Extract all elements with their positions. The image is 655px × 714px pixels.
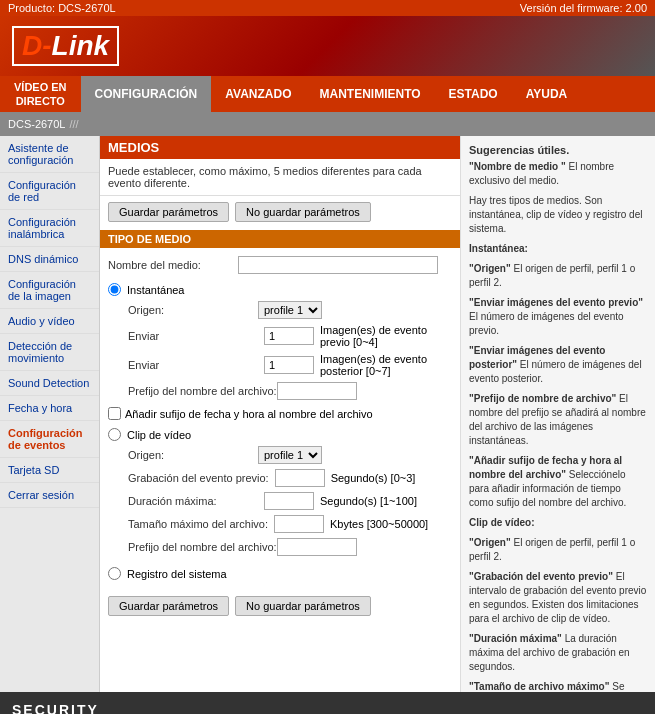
clip-origen-label: Origen: (128, 449, 258, 461)
save-button-top[interactable]: Guardar parámetros (108, 202, 229, 222)
tip-origen: "Origen" El origen de perfil, perfil 1 o… (469, 262, 647, 290)
nav-mantenimiento[interactable]: MANTENIMIENTO (305, 76, 434, 112)
tip-nombre: "Nombre de medio " El nombre exclusivo d… (469, 160, 647, 188)
sidebar-item-asistente[interactable]: Asistente de configuración (0, 136, 99, 173)
prefijo2-input[interactable] (277, 538, 357, 556)
tip-clip-header: Clip de vídeo: (469, 516, 647, 530)
nav-video[interactable]: VÍDEO ENDIRECTO (0, 76, 81, 112)
subsection-title: TIPO DE MEDIO (100, 230, 460, 248)
prefijo2-row: Prefijo del nombre del archivo: (108, 538, 452, 556)
tips-title: Sugerencias útiles. (469, 144, 647, 156)
save-button-bottom[interactable]: Guardar parámetros (108, 596, 229, 616)
origen-label: Origen: (128, 304, 258, 316)
bottom-bar: SECURITY (0, 692, 655, 714)
prefijo-row: Prefijo del nombre del archivo: (108, 382, 452, 400)
tips-sidebar: Sugerencias útiles. "Nombre de medio " E… (460, 136, 655, 692)
sidebar-item-dns[interactable]: DNS dinámico (0, 247, 99, 272)
sidebar-item-imagen[interactable]: Configuración de la imagen (0, 272, 99, 309)
sufijo-checkbox[interactable] (108, 407, 121, 420)
nombre-input[interactable] (238, 256, 438, 274)
nav-configuracion[interactable]: CONFIGURACIÓN (81, 76, 212, 112)
sidebar-item-cerrar[interactable]: Cerrar sesión (0, 483, 99, 508)
prefijo-label: Prefijo del nombre del archivo: (128, 385, 277, 397)
prefijo2-label: Prefijo del nombre del archivo: (128, 541, 277, 553)
breadcrumb-model: DCS-2670L (8, 118, 65, 130)
tip-tamano: "Tamaño de archivo máximo" Se generará e… (469, 680, 647, 692)
nombre-label: Nombre del medio: (108, 259, 238, 271)
sidebar-item-sound[interactable]: Sound Detection (0, 371, 99, 396)
product-label: Producto: DCS-2670L (8, 2, 116, 14)
enviar1-input[interactable] (264, 327, 314, 345)
enviar2-label: Enviar (128, 359, 258, 371)
sidebar-item-red[interactable]: Configuración de red (0, 173, 99, 210)
breadcrumb-sep: /// (69, 118, 78, 130)
nav-ayuda[interactable]: AYUDA (512, 76, 582, 112)
grabacion-input[interactable] (275, 469, 325, 487)
radio-instantanea-row: Instantánea (108, 279, 452, 298)
nosave-button-top[interactable]: No guardar parámetros (235, 202, 371, 222)
radio-registro-label: Registro del sistema (127, 568, 227, 580)
section-title: MEDIOS (100, 136, 460, 159)
section-desc: Puede establecer, como máximo, 5 medios … (100, 159, 460, 196)
grabacion-row: Grabación del evento previo: Segundo(s) … (108, 469, 452, 487)
radio-registro-row: Registro del sistema (108, 561, 452, 584)
tip-grabacion: "Grabación del evento previo" El interva… (469, 570, 647, 626)
origen-row: Origen: profile 1 profile 2 (108, 301, 452, 319)
logo: D-Link (12, 26, 119, 66)
sidebar-item-deteccion[interactable]: Detección de movimiento (0, 334, 99, 371)
duracion-label: Duración máxima: (128, 495, 258, 507)
enviar2-input[interactable] (264, 356, 314, 374)
sidebar-item-eventos[interactable]: Configuración de eventos (0, 421, 99, 458)
sufijo-row: Añadir sufijo de fecha y hora al nombre … (108, 405, 452, 422)
origen-select[interactable]: profile 1 profile 2 (258, 301, 322, 319)
tip-instantanea-header: Instantánea: (469, 242, 647, 256)
clip-origen-select[interactable]: profile 1 profile 2 (258, 446, 322, 464)
duracion-input[interactable] (264, 492, 314, 510)
tamano-unit: Kbytes [300~50000] (330, 518, 428, 530)
tip-sufijo: "Añadir sufijo de fecha y hora al nombre… (469, 454, 647, 510)
tamano-row: Tamaño máximo del archivo: Kbytes [300~5… (108, 515, 452, 533)
radio-registro[interactable] (108, 567, 121, 580)
prefijo-input[interactable] (277, 382, 357, 400)
sidebar-item-sd[interactable]: Tarjeta SD (0, 458, 99, 483)
content-area: MEDIOS Puede establecer, como máximo, 5 … (100, 136, 655, 692)
nombre-row: Nombre del medio: (108, 256, 452, 274)
logo-d: D- (22, 30, 52, 61)
logo-link: Link (52, 30, 110, 61)
nosave-button-bottom[interactable]: No guardar parámetros (235, 596, 371, 616)
radio-instantanea[interactable] (108, 283, 121, 296)
sidebar: Asistente de configuración Configuración… (0, 136, 100, 692)
enviar1-label: Enviar (128, 330, 258, 342)
tip-enviar-previo: "Enviar imágenes del evento previo" El n… (469, 296, 647, 338)
clip-origen-row: Origen: profile 1 profile 2 (108, 446, 452, 464)
content-main: MEDIOS Puede establecer, como máximo, 5 … (100, 136, 460, 692)
radio-clip-label: Clip de vídeo (127, 429, 191, 441)
tip-clip-origen: "Origen" El origen de perfil, perfil 1 o… (469, 536, 647, 564)
nav-avanzado[interactable]: AVANZADO (211, 76, 305, 112)
sidebar-item-audio[interactable]: Audio y vídeo (0, 309, 99, 334)
tip-duracion: "Duración máxima" La duración máxima del… (469, 632, 647, 674)
form-area: Nombre del medio: Instantánea Origen: pr… (100, 248, 460, 630)
sidebar-item-inalambrica[interactable]: Configuración inalámbrica (0, 210, 99, 247)
main-layout: Asistente de configuración Configuración… (0, 136, 655, 692)
sidebar-item-fecha[interactable]: Fecha y hora (0, 396, 99, 421)
security-label: SECURITY (12, 702, 99, 714)
radio-instantanea-label: Instantánea (127, 284, 185, 296)
navigation: VÍDEO ENDIRECTO CONFIGURACIÓN AVANZADO M… (0, 76, 655, 112)
header: D-Link (0, 16, 655, 76)
duracion-unit: Segundo(s) [1~100] (320, 495, 417, 507)
grabacion-label: Grabación del evento previo: (128, 472, 269, 484)
nav-estado[interactable]: ESTADO (435, 76, 512, 112)
enviar1-desc: Imagen(es) de evento previo [0~4] (320, 324, 452, 348)
btn-row-top: Guardar parámetros No guardar parámetros (100, 196, 460, 228)
enviar2-desc: Imagen(es) de evento posterior [0~7] (320, 353, 452, 377)
tamano-input[interactable] (274, 515, 324, 533)
breadcrumb: DCS-2670L /// (0, 112, 655, 136)
top-bar: Producto: DCS-2670L Versión del firmware… (0, 0, 655, 16)
tip-prefijo: "Prefijo de nombre de archivo" El nombre… (469, 392, 647, 448)
radio-clip-row: Clip de vídeo (108, 422, 452, 443)
tamano-label: Tamaño máximo del archivo: (128, 518, 268, 530)
duracion-row: Duración máxima: Segundo(s) [1~100] (108, 492, 452, 510)
btn-row-bottom: Guardar parámetros No guardar parámetros (108, 590, 452, 622)
radio-clip[interactable] (108, 428, 121, 441)
